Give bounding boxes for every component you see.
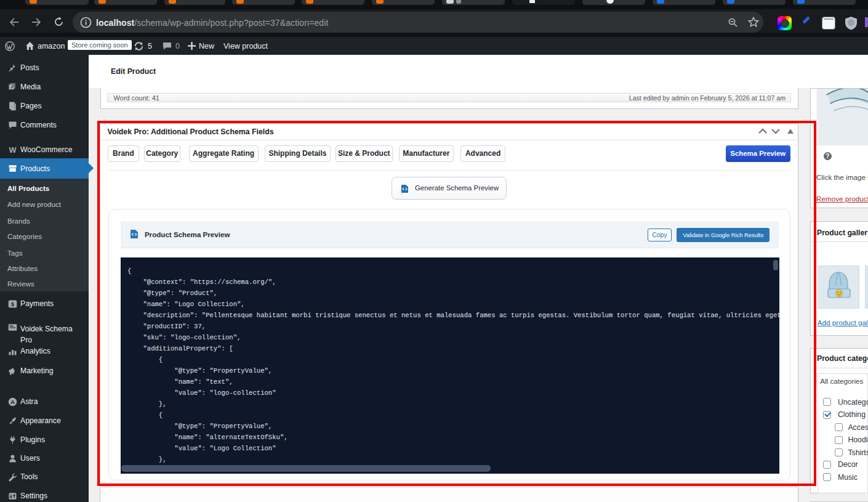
svg-text:W: W	[9, 145, 17, 155]
svg-text:$: $	[11, 301, 14, 307]
svg-text:A: A	[10, 399, 15, 405]
